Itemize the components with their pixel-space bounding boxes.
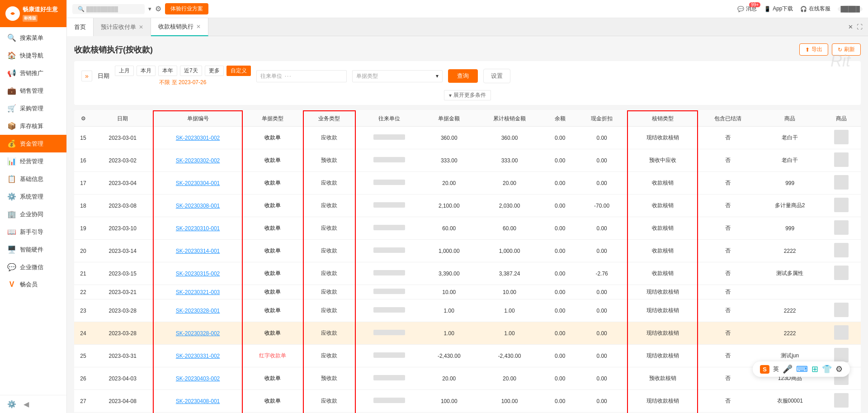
topbar-search[interactable]: 🔍 █████████ [72,4,145,14]
tab-home[interactable]: 首页 [67,18,94,36]
tab-fullscreen-button[interactable]: ⛶ [857,24,863,30]
ime-microphone-button[interactable]: 🎤 [783,364,793,374]
company-icon: 🏢 [7,210,16,218]
topbar: 🔍 █████████ ▾ ⚙ 体验行业方案 💬 消息 99+ 📱 App下载 … [67,0,868,18]
cell-billtype: 收款单 [242,322,303,345]
sidebar-collapse-button[interactable]: ◀ [24,400,29,408]
table-row: 16 2023-03-02 SK-20230302-002 收款单 预收款 33… [74,149,861,172]
filter-setting-button[interactable]: 设置 [483,69,510,83]
tab-prereceipt[interactable]: 预计应收付单 ✕ [94,18,151,36]
cell-biztype: 应收款 [303,345,355,367]
billno-link[interactable]: SK-20230331-002 [176,353,220,359]
table-body: 15 2023-03-01 SK-20230301-002 收款单 应收款 36… [74,127,861,413]
cell-no: 25 [74,345,92,367]
billno-link[interactable]: SK-20230315-002 [176,271,220,277]
billno-link[interactable]: SK-20230310-001 [176,225,220,232]
sidebar-item-finance[interactable]: 💰 资金管理 [0,135,66,152]
sidebar-item-inventory[interactable]: 📦 库存核算 [0,117,66,135]
billno-link[interactable]: SK-20230403-002 [176,375,220,382]
tab-prereceipt-close-button[interactable]: ✕ [139,24,143,30]
table-row: 26 2023-04-03 SK-20230403-002 收款单 预收款 20… [74,367,861,390]
topbar-message-button[interactable]: 💬 消息 99+ [737,5,757,13]
sidebar-item-operation[interactable]: 📊 经营管理 [0,152,66,170]
cell-no: 22 [74,285,92,299]
cell-billtype: 收款单 [242,299,303,322]
ime-shirt-button[interactable]: 👕 [822,364,832,374]
cell-product2 [822,285,861,299]
ime-settings-button[interactable]: ⚙ [835,364,843,374]
cell-biztype: 预收款 [303,149,355,172]
cell-billno: SK-20230302-002 [153,149,242,172]
ime-keyboard-button[interactable]: ⌨ [796,364,808,374]
sidebar-item-quicknav[interactable]: 🏠 快捷导航 [0,47,66,64]
cell-include-settled: 否 [698,240,758,262]
billno-link[interactable]: SK-20230321-003 [176,289,220,295]
sidebar-item-system[interactable]: ⚙️ 系统管理 [0,188,66,205]
filter-expand-more: ▾ 展开更多条件 [81,90,854,100]
sidebar-item-guide[interactable]: 📖 新手引导 [0,223,66,241]
billno-link[interactable]: SK-20230328-001 [176,308,220,314]
export-button[interactable]: ⬆ 导出 [799,43,828,56]
ime-lang-label[interactable]: 英 [773,365,779,373]
billno-link[interactable]: SK-20230408-001 [176,398,220,404]
sidebar-settings-button[interactable]: ⚙️ [7,400,16,408]
sidebar-item-hardware[interactable]: 🖥️ 智能硬件 [0,241,66,258]
topbar-gear-button[interactable]: ⚙ [155,5,161,13]
sidebar-item-basic[interactable]: 📋 基础信息 [0,170,66,188]
topbar-app-download-button[interactable]: 📱 App下载 [764,5,793,13]
col-billno-header: 单据编号 [153,111,242,127]
cell-billtype: 收款单 [242,240,303,262]
topbar-user[interactable]: █████ [838,6,863,12]
cell-cash-discount: 0.00 [576,345,627,367]
filter-counterpart-field[interactable]: 往来单位 ··· [256,70,347,82]
cell-no: 21 [74,262,92,285]
billno-link[interactable]: SK-20230304-001 [176,180,220,186]
sales-icon: 💼 [7,86,16,95]
billno-link[interactable]: SK-20230314-001 [176,248,220,254]
cell-writetype: 收款核销 [627,262,698,285]
sidebar-item-company[interactable]: 🏢 企业协同 [0,205,66,223]
billno-link[interactable]: SK-20230308-001 [176,203,220,209]
filter-this-month-button[interactable]: 本月 [137,66,156,76]
cell-billno: SK-20230314-001 [153,240,242,262]
topbar-online-service-button[interactable]: 🎧 在线客服 [800,5,830,13]
filter-this-year-button[interactable]: 本年 [158,66,177,76]
filter-bar: » 日期 上月 本月 本年 近7天 更多 自定义 不限 至 2023-07-26 [74,61,861,105]
cell-cash-discount: 0.00 [576,322,627,345]
tabbar: 首页 预计应收付单 ✕ 收款核销执行 ✕ ✕ ⛶ [67,18,868,36]
filter-custom-button[interactable]: 自定义 [226,66,251,76]
billno-link[interactable]: SK-20230302-002 [176,157,220,164]
expand-more-button[interactable]: ▾ 展开更多条件 [444,90,491,100]
cell-product2 [822,322,861,345]
cell-include-settled: 否 [698,217,758,240]
refresh-button[interactable]: ↻ 刷新 [832,43,861,56]
cell-cash-discount: 0.00 [576,149,627,172]
sidebar-item-member[interactable]: V 畅会员 [0,276,66,293]
tab-receivables-close-button[interactable]: ✕ [196,24,201,30]
settings-icon[interactable]: ⚙ [81,115,86,122]
col-settings-header[interactable]: ⚙ [74,111,92,127]
industry-solution-button[interactable]: 体验行业方案 [165,3,208,14]
cell-counterpart [355,299,423,322]
tab-receivables[interactable]: 收款核销执行 ✕ [151,18,208,36]
billno-link[interactable]: SK-20230328-002 [176,330,220,337]
filter-date-range: 不限 至 2023-07-26 [159,79,206,86]
filter-expand-left-button[interactable]: » [81,71,92,81]
sidebar-item-purchase[interactable]: 🛒 采购管理 [0,100,66,117]
sidebar-item-sales[interactable]: 💼 销售管理 [0,82,66,100]
tab-close-all-button[interactable]: ✕ [848,24,853,30]
query-button[interactable]: 查询 [448,69,478,83]
filter-last-month-button[interactable]: 上月 [115,66,134,76]
filter-bill-type-select[interactable]: 单据类型 ▾ [352,70,443,82]
sidebar-item-wechat[interactable]: 💬 企业微信 [0,258,66,276]
filter-more-button[interactable]: 更多 [205,66,224,76]
cell-include-settled: 否 [698,127,758,149]
billno-link[interactable]: SK-20230301-002 [176,135,220,141]
sidebar-item-search[interactable]: 🔍 搜索菜单 [0,29,66,47]
sidebar-item-marketing[interactable]: 📢 营销推广 [0,64,66,82]
topbar-dropdown-button[interactable]: ▾ [148,5,151,12]
cell-amount: 360.00 [423,127,475,149]
col-cash-discount-header: 现金折扣 [576,111,627,127]
filter-recent7-button[interactable]: 近7天 [180,66,202,76]
ime-grid-button[interactable]: ⊞ [811,364,818,374]
